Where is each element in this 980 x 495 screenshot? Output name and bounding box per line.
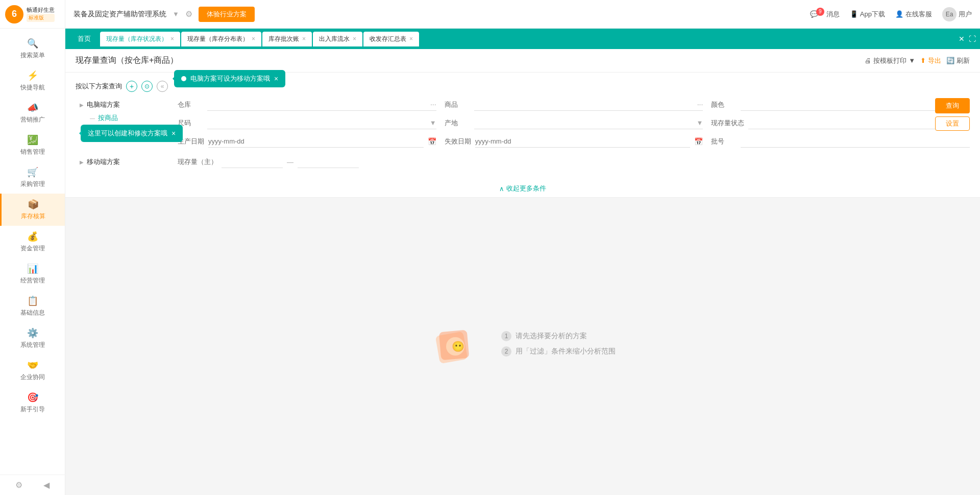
sidebar-item-newbie[interactable]: 🎯 新手引导 [0, 387, 65, 419]
print-template-btn[interactable]: 🖨 按模板打印 ▼ [865, 56, 915, 65]
collapse-bar[interactable]: ∧ 收起更多条件 [76, 180, 970, 197]
empty-svg: 😶 [430, 321, 481, 372]
filter-stock-status: 现存量状态 ▼ [711, 117, 970, 129]
tab-close-summary[interactable]: × [409, 35, 413, 42]
export-icon: ⬆ [920, 57, 926, 64]
warehouse-select[interactable]: ··· [207, 98, 436, 111]
scheme-sub-item: — 按商品 [86, 111, 178, 125]
sidebar-item-purchase[interactable]: 🛒 采购管理 [0, 161, 65, 194]
tab-batch[interactable]: 库存批次账 × [262, 32, 312, 46]
filter-row-1: 仓库 ··· 商品 ··· [178, 98, 970, 111]
calendar-icon-2[interactable]: 📅 [694, 137, 703, 146]
filter-expiry-date: 失效日期 📅 [445, 135, 703, 148]
finance-icon: 💰 [27, 231, 38, 242]
sidebar-item-search[interactable]: 🔍 搜索菜单 [0, 33, 65, 65]
search-button[interactable]: 查询 [935, 98, 970, 113]
app-download-item[interactable]: 📱 App下载 [850, 10, 885, 19]
chevron-down-size: ▼ [430, 119, 436, 127]
filter-origin: 产地 ▼ [445, 117, 703, 129]
product-select[interactable]: ··· [474, 98, 703, 111]
sidebar-item-marketing[interactable]: 📣 营销推广 [0, 97, 65, 129]
sidebar-item-enterprise[interactable]: 🤝 企业协同 [0, 355, 65, 387]
filter-warehouse: 仓库 ··· [178, 98, 436, 111]
sidebar-footer: ⚙ ◀ [0, 475, 65, 495]
more-options-icon-warehouse[interactable]: ··· [430, 100, 436, 108]
chevron-down-origin: ▼ [696, 119, 703, 127]
lightning-icon: ⚡ [27, 70, 38, 81]
calendar-icon-1[interactable]: 📅 [428, 137, 436, 146]
tab-bar: 首页 现存量（库存状况表） × 现存量（库存分布表） × 库存批次账 × 出入库… [65, 29, 980, 49]
tooltip2-close-btn[interactable]: × [172, 129, 176, 137]
export-btn[interactable]: ⬆ 导出 [920, 56, 941, 65]
inventory-icon: 📦 [28, 199, 39, 210]
tab-home[interactable]: 首页 [69, 31, 99, 46]
system-icon: ⚙️ [27, 327, 38, 339]
batch-no-input[interactable] [741, 135, 970, 148]
app-logo: 6 畅通好生意 标准版 [0, 0, 65, 29]
filter-copy-btn[interactable]: ⊙ [141, 81, 153, 92]
tab-close-inventory-dist[interactable]: × [252, 35, 255, 42]
newbie-icon: 🎯 [27, 392, 38, 403]
refresh-btn[interactable]: 🔄 刷新 [946, 56, 970, 65]
stock-main-from-input[interactable] [222, 156, 283, 168]
top-header: 装备及固定资产辅助管理系统 ▼ ⚙ 体验行业方案 💬 9 消息 📱 App下载 … [65, 0, 980, 29]
filter-add-btn[interactable]: + [126, 81, 137, 92]
system-dropdown-btn[interactable]: ▼ [173, 10, 179, 18]
fullscreen-btn[interactable]: ⛶ [969, 35, 976, 43]
scheme-sub-node[interactable]: — 按商品 [86, 111, 178, 125]
expiry-date-input[interactable] [475, 135, 691, 148]
tab-bar-right: ✕ ⛶ [959, 35, 976, 43]
scheme-node-mobile[interactable]: ▶ 移动端方案 [76, 155, 178, 169]
operations-icon: 📊 [27, 263, 38, 274]
service-icon: 👤 [895, 10, 903, 18]
arrow-icon: ▶ [80, 102, 84, 108]
size-select[interactable]: ▼ [207, 117, 436, 129]
sidebar-item-inventory[interactable]: 📦 库存核算 [0, 194, 65, 226]
page-header: 现存量查询（按仓库+商品） 🖨 按模板打印 ▼ ⬆ 导出 🔄 刷新 [65, 49, 980, 73]
filter-area: 按以下方案查询 + ⊙ « 电脑方案可设为移动方案哦 × [65, 73, 980, 198]
scheme-node-pc[interactable]: ▶ 电脑端方案 [76, 98, 178, 111]
origin-select[interactable]: ▼ [474, 117, 703, 129]
tab-inventory-status[interactable]: 现存量（库存状况表） × [100, 32, 180, 46]
logo-icon: 6 [5, 5, 23, 23]
scheme-tree-panel: ▶ 电脑端方案 — 按商品 这里可以创建和修改方案哦 × [76, 98, 178, 169]
tab-close-batch[interactable]: × [302, 35, 306, 42]
sidebar-item-guide[interactable]: ⚡ 快捷导航 [0, 65, 65, 97]
purchase-icon: 🛒 [27, 167, 38, 178]
sidebar-item-basic[interactable]: 📋 基础信息 [0, 290, 65, 322]
tab-close-inventory-status[interactable]: × [170, 35, 174, 42]
notification-item[interactable]: 💬 9 消息 [810, 10, 840, 19]
close-all-tabs-btn[interactable]: ✕ [959, 35, 965, 43]
stock-main-to-input[interactable] [298, 156, 359, 168]
filter-color: 颜色 ▼ [711, 98, 970, 111]
sidebar-item-sales[interactable]: 💹 销售管理 [0, 129, 65, 161]
tooltip1-close-btn[interactable]: × [274, 75, 278, 83]
trial-button[interactable]: 体验行业方案 [199, 7, 255, 22]
settings-button[interactable]: 设置 [935, 116, 970, 131]
settings-footer-btn[interactable]: ⚙ [15, 480, 22, 490]
sidebar-item-system[interactable]: ⚙️ 系统管理 [0, 322, 65, 355]
sidebar-nav: 🔍 搜索菜单 ⚡ 快捷导航 📣 营销推广 💹 销售管理 🛒 采购管理 📦 库存核… [0, 29, 65, 475]
production-date-field: 📅 [208, 135, 436, 148]
tab-close-inout[interactable]: × [353, 35, 356, 42]
filter-row-2: 尺码 ▼ 产地 ▼ [178, 117, 970, 129]
filter-size: 尺码 ▼ [178, 117, 436, 129]
header-gear-btn[interactable]: ⚙ [185, 9, 192, 19]
sidebar-item-operations[interactable]: 📊 经营管理 [0, 258, 65, 290]
page-actions: 🖨 按模板打印 ▼ ⬆ 导出 🔄 刷新 [865, 56, 970, 65]
empty-state: 😶 1 请先选择要分析的方案 2 用「过滤」条件来缩小分析范围 [430, 321, 616, 372]
sidebar-item-finance[interactable]: 💰 资金管理 [0, 226, 65, 258]
filter-back-btn[interactable]: « [157, 81, 168, 92]
more-options-icon-product[interactable]: ··· [697, 100, 703, 108]
tab-summary[interactable]: 收发存汇总表 × [363, 32, 419, 46]
online-service-item[interactable]: 👤 在线客服 [895, 10, 932, 19]
user-item[interactable]: Ea 用户 [942, 7, 972, 21]
tab-inventory-dist[interactable]: 现存量（库存分布表） × [181, 32, 261, 46]
tooltip-dot-1 [181, 76, 186, 81]
tab-inout[interactable]: 出入库流水 × [313, 32, 362, 46]
collapse-sidebar-btn[interactable]: ◀ [43, 480, 50, 490]
sidebar: 6 畅通好生意 标准版 🔍 搜索菜单 ⚡ 快捷导航 📣 营销推广 💹 销售管理 … [0, 0, 65, 495]
logo-text: 畅通好生意 标准版 [27, 6, 55, 22]
empty-tip-1: 1 请先选择要分析的方案 [501, 331, 616, 341]
production-date-input[interactable] [208, 135, 424, 148]
